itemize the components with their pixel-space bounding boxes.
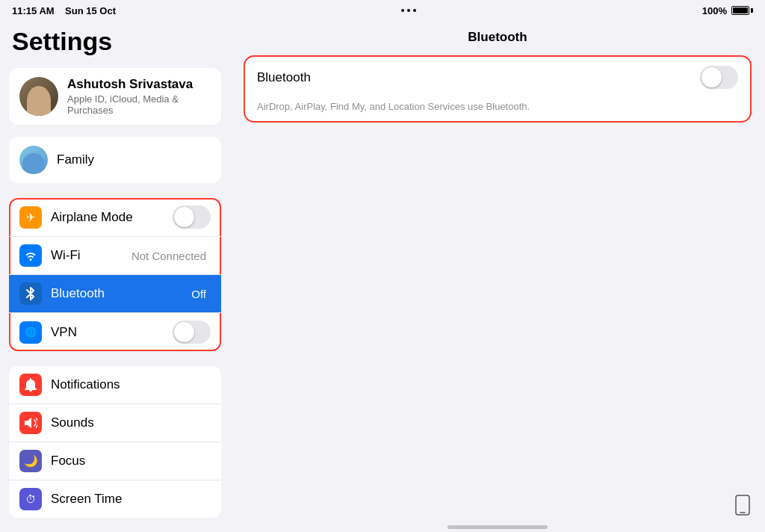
bluetooth-toggle[interactable]	[700, 66, 738, 89]
home-bar	[447, 525, 548, 529]
vpn-label: VPN	[51, 325, 173, 340]
right-panel: Bluetooth Bluetooth AirDrop, AirPlay, Fi…	[230, 21, 765, 532]
wifi-icon	[19, 244, 42, 267]
vpn-toggle-thumb	[174, 322, 194, 342]
focus-label: Focus	[51, 454, 211, 468]
avatar-image	[27, 86, 51, 116]
notifications-icon	[19, 374, 42, 396]
bluetooth-settings-card: Bluetooth AirDrop, AirPlay, Find My, and…	[245, 57, 750, 121]
battery-fill	[733, 7, 748, 13]
battery-body	[731, 6, 749, 15]
sidebar-item-screen-time[interactable]: ⏱ Screen Time	[9, 480, 221, 518]
profile-subtitle: Apple ID, iCloud, Media & Purchases	[67, 93, 211, 116]
avatar	[19, 77, 58, 116]
wifi-label: Wi-Fi	[51, 248, 131, 263]
bluetooth-toggle-thumb	[701, 67, 722, 87]
sidebar-item-vpn[interactable]: 🌐 VPN	[9, 313, 221, 351]
wifi-value: Not Connected	[131, 250, 206, 262]
sounds-label: Sounds	[51, 415, 211, 430]
dot-3	[413, 9, 416, 12]
sidebar-item-airplane-mode[interactable]: ✈ Airplane Mode	[9, 198, 221, 237]
sidebar-title: Settings	[9, 21, 221, 68]
bluetooth-description: AirDrop, AirPlay, Find My, and Location …	[245, 98, 750, 121]
profile-card[interactable]: Ashutosh Srivastava Apple ID, iCloud, Me…	[9, 68, 221, 125]
sounds-icon	[19, 412, 42, 434]
bluetooth-toggle-row: Bluetooth	[245, 57, 750, 98]
dot-1	[401, 9, 404, 12]
family-label: Family	[57, 152, 94, 167]
vpn-icon: 🌐	[19, 321, 42, 344]
bluetooth-sidebar-value: Off	[191, 288, 206, 300]
status-right: 100%	[702, 5, 753, 16]
battery-percent: 100%	[702, 5, 727, 16]
sidebar-item-focus[interactable]: 🌙 Focus	[9, 442, 221, 480]
screen-time-label: Screen Time	[51, 492, 211, 507]
status-time-date: 11:15 AM Sun 15 Oct	[12, 5, 116, 16]
bluetooth-toggle-label: Bluetooth	[257, 70, 700, 85]
right-panel-content: Bluetooth AirDrop, AirPlay, Find My, and…	[230, 51, 765, 519]
profile-name: Ashutosh Srivastava	[67, 77, 211, 92]
phone-icon	[735, 495, 750, 520]
profile-info: Ashutosh Srivastava Apple ID, iCloud, Me…	[67, 77, 211, 116]
notifications-label: Notifications	[51, 377, 211, 392]
home-indicator	[230, 519, 765, 532]
family-card[interactable]: Family	[9, 137, 221, 183]
toggle-thumb	[174, 207, 194, 227]
svg-rect-13	[736, 495, 749, 515]
notifications-group: Notifications Sounds 🌙 Focus ⏱	[9, 366, 221, 518]
status-time: 11:15 AM	[12, 5, 55, 16]
status-center-dots	[401, 9, 416, 12]
focus-icon: 🌙	[19, 450, 42, 472]
bluetooth-sidebar-label: Bluetooth	[51, 286, 191, 301]
status-bar: 11:15 AM Sun 15 Oct 100%	[0, 0, 765, 21]
family-avatar	[19, 146, 48, 174]
airplane-mode-icon: ✈	[19, 206, 42, 229]
dot-2	[407, 9, 410, 12]
vpn-toggle[interactable]	[173, 321, 211, 344]
airplane-mode-label: Airplane Mode	[51, 210, 173, 225]
sidebar-item-bluetooth[interactable]: Bluetooth Off	[9, 275, 221, 313]
sidebar-item-notifications[interactable]: Notifications	[9, 366, 221, 404]
battery-icon	[731, 6, 753, 15]
connectivity-group: ✈ Airplane Mode Wi-Fi Not Connected	[9, 198, 221, 351]
sidebar-item-wifi[interactable]: Wi-Fi Not Connected	[9, 237, 221, 275]
airplane-mode-toggle[interactable]	[173, 205, 211, 229]
screen-time-icon: ⏱	[19, 488, 42, 510]
sidebar-item-sounds[interactable]: Sounds	[9, 404, 221, 442]
right-panel-title: Bluetooth	[230, 21, 765, 51]
bluetooth-sidebar-icon	[19, 282, 42, 305]
status-date: Sun 15 Oct	[65, 5, 116, 16]
main-layout: Settings Ashutosh Srivastava Apple ID, i…	[0, 21, 765, 532]
battery-tip	[751, 8, 753, 13]
sidebar: Settings Ashutosh Srivastava Apple ID, i…	[0, 21, 230, 532]
